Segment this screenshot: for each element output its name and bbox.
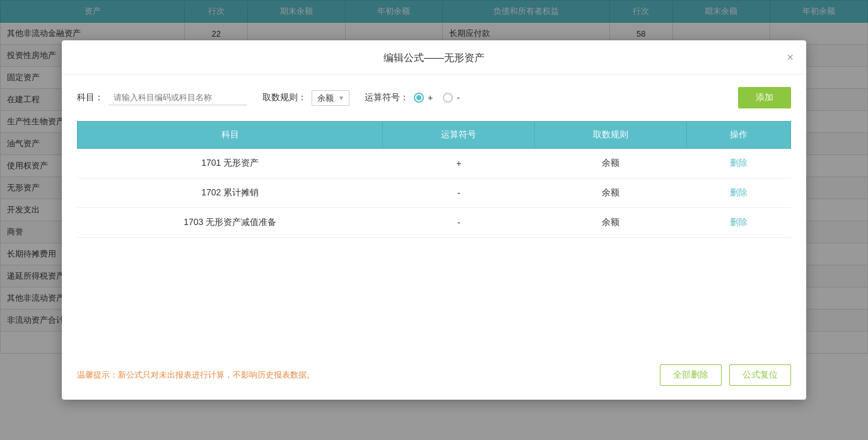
modal-title: 编辑公式——无形资产 (384, 52, 484, 65)
rule-select[interactable]: 余额 借方 贷方 (312, 90, 349, 106)
radio-group: + - (414, 93, 460, 103)
cell-operator: - (383, 178, 535, 208)
add-button[interactable]: 添加 (738, 87, 791, 108)
rule-select-wrapper: 余额 借方 贷方 ▼ (312, 90, 349, 106)
delete-all-button[interactable]: 全部删除 (660, 364, 722, 386)
operator-label: 运算符号： (365, 92, 409, 103)
delete-row-button[interactable]: 删除 (730, 217, 748, 228)
close-button[interactable]: × (787, 52, 794, 63)
modal-footer: 温馨提示：新公式只对未出报表进行计算，不影响历史报表数据。 全部删除 公式复位 (62, 354, 806, 400)
radio-plus-label: + (428, 93, 433, 103)
modal-dialog: 编辑公式——无形资产 × 科目： 取数规则： 余额 借方 (62, 40, 806, 400)
table-row: 1701 无形资产+余额删除 (78, 149, 791, 178)
cell-action: 删除 (686, 178, 790, 208)
table-row: 1703 无形资产减值准备-余额删除 (78, 208, 791, 238)
modal-body: 科目： 取数规则： 余额 借方 贷方 ▼ (62, 74, 806, 354)
radio-plus[interactable]: + (414, 93, 433, 103)
radio-minus-circle (443, 93, 453, 103)
modal-overlay: 编辑公式——无形资产 × 科目： 取数规则： 余额 借方 (0, 0, 868, 440)
subject-label: 科目： (77, 92, 103, 103)
form-row: 科目： 取数规则： 余额 借方 贷方 ▼ (77, 87, 791, 108)
subject-input[interactable] (108, 90, 247, 105)
cell-action: 删除 (686, 149, 790, 178)
cell-operator: - (383, 208, 535, 238)
table-row: 1702 累计摊销-余额删除 (78, 178, 791, 208)
delete-row-button[interactable]: 删除 (730, 187, 748, 199)
delete-row-button[interactable]: 删除 (730, 158, 748, 169)
cell-operator: + (383, 149, 535, 178)
radio-minus-label: - (457, 93, 460, 103)
cell-rule: 余额 (535, 208, 687, 238)
reset-formula-button[interactable]: 公式复位 (729, 364, 791, 386)
cell-rule: 余额 (535, 149, 687, 178)
footer-buttons: 全部删除 公式复位 (660, 364, 791, 386)
radio-plus-circle (414, 93, 424, 103)
col-subject: 科目 (78, 122, 383, 149)
tip-text: 温馨提示：新公式只对未出报表进行计算，不影响历史报表数据。 (77, 363, 315, 387)
col-operator: 运算符号 (383, 122, 535, 149)
radio-minus[interactable]: - (443, 93, 460, 103)
col-action: 操作 (686, 122, 790, 149)
rule-group: 取数规则： 余额 借方 贷方 ▼ (262, 90, 349, 106)
cell-action: 删除 (686, 208, 790, 238)
modal-header: 编辑公式——无形资产 × (62, 40, 806, 74)
col-rule: 取数规则 (535, 122, 687, 149)
formula-table: 科目 运算符号 取数规则 操作 1701 无形资产+余额删除1702 累计摊销-… (77, 121, 791, 238)
cell-subject: 1703 无形资产减值准备 (78, 208, 383, 238)
rule-label: 取数规则： (262, 92, 307, 103)
subject-group: 科目： (77, 90, 247, 105)
cell-subject: 1702 累计摊销 (78, 178, 383, 208)
cell-rule: 余额 (535, 178, 687, 208)
operator-group: 运算符号： + - (365, 92, 460, 103)
cell-subject: 1701 无形资产 (78, 149, 383, 178)
